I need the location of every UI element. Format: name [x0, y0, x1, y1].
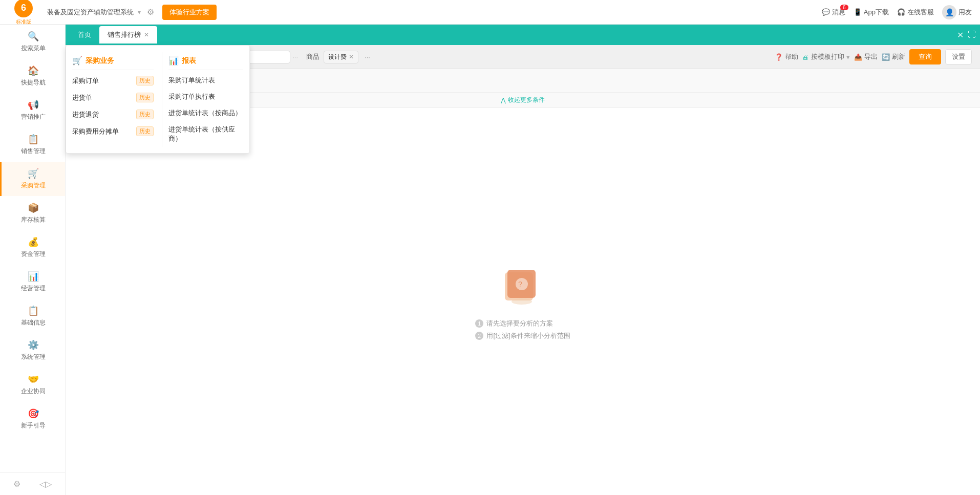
sidebar-item-marketing[interactable]: 📢 营销推广	[0, 93, 65, 127]
hint-num-1: 1	[475, 319, 483, 328]
sidebar: 🔍 搜索菜单 🏠 快捷导航 📢 营销推广 📋 销售管理 🛒 采购管理 📦	[0, 25, 66, 495]
return-label: 进货退货	[72, 110, 99, 119]
sidebar-item-inventory[interactable]: 📦 库存核算	[0, 196, 65, 230]
sidebar-item-system[interactable]: ⚙️ 系统管理	[0, 333, 65, 368]
sidebar-search-label: 搜索菜单	[21, 44, 46, 53]
industry-button[interactable]: 体验行业方案	[162, 5, 217, 20]
dropdown-item-order-exec[interactable]: 采购订单执行表	[168, 89, 243, 105]
query-button[interactable]: 查询	[909, 49, 941, 64]
help-btn[interactable]: ❓ 帮助	[775, 52, 798, 61]
help-icon: ❓	[775, 53, 783, 61]
dropdown-item-inbound-stats-goods[interactable]: 进货单统计表（按商品）	[168, 105, 243, 121]
title-dropdown-icon[interactable]: ▾	[138, 9, 141, 16]
report-section: 📊 报表 采购订单统计表 采购订单执行表 进货单统计表（按商品） 进货单统计表（…	[162, 52, 243, 147]
purchase-dropdown-menu: 🛒 采购业务 采购订单 历史 进货单 历史 进货退货 历史 采购费用分摊单 历史	[66, 45, 250, 154]
export-btn[interactable]: 📤 导出	[854, 52, 878, 61]
tab-close-icon[interactable]: ✕	[144, 31, 149, 38]
empty-illustration: ?	[497, 260, 548, 311]
inbound-history[interactable]: 历史	[136, 93, 154, 102]
order-exec-label: 采购订单执行表	[168, 92, 215, 101]
purchase-order-history[interactable]: 历史	[136, 76, 154, 85]
empty-svg: ?	[497, 260, 548, 311]
inbound-label: 进货单	[72, 93, 92, 102]
sidebar-inventory-label: 库存核算	[21, 216, 46, 224]
tab-sales-label: 销售排行榜	[108, 30, 141, 39]
phone-icon: 📱	[854, 8, 862, 16]
expense-label: 采购费用分摊单	[72, 127, 119, 136]
sidebar-item-basics[interactable]: 📋 基础信息	[0, 299, 65, 333]
top-right-actions: 💬 消息 6 📱 App下载 🎧 在线客服 👤 用友	[822, 5, 972, 19]
dropdown-item-order-stats[interactable]: 采购订单统计表	[168, 72, 243, 89]
expense-history[interactable]: 历史	[136, 126, 154, 136]
sidebar-settings-btn[interactable]: ⚙	[13, 479, 20, 489]
guide-icon: 🎯	[28, 408, 39, 419]
chart-icon: 📊	[28, 271, 39, 282]
tab-expand-icon[interactable]: ⛶	[968, 30, 976, 39]
sidebar-item-guide[interactable]: 🎯 新手引导	[0, 402, 65, 436]
help-label: 帮助	[785, 52, 798, 61]
dropdown-grid: 🛒 采购业务 采购订单 历史 进货单 历史 进货退货 历史 采购费用分摊单 历史	[66, 52, 249, 147]
refresh-btn[interactable]: 🔄 刷新	[882, 52, 905, 61]
dropdown-item-inbound[interactable]: 进货单 历史	[72, 89, 154, 106]
tab-home[interactable]: 首页	[70, 26, 99, 44]
sidebar-system-label: 系统管理	[21, 353, 46, 361]
report-section-icon: 📊	[168, 56, 179, 66]
hint-text-1: 请先选择要分析的方案	[486, 319, 553, 328]
online-service-btn[interactable]: 🎧 在线客服	[897, 8, 934, 17]
inbound-stats-goods-label: 进货单统计表（按商品）	[168, 109, 242, 118]
purchase-section: 🛒 采购业务 采购订单 历史 进货单 历史 进货退货 历史 采购费用分摊单 历史	[72, 52, 154, 147]
sidebar-purchase-label: 采购管理	[21, 181, 46, 190]
dropdown-item-inbound-stats-supplier[interactable]: 进货单统计表（按供应商）	[168, 121, 243, 147]
print-btn[interactable]: 🖨 按模板打印 ▾	[802, 52, 850, 61]
sidebar-item-search[interactable]: 🔍 搜索菜单	[0, 25, 65, 59]
print-dropdown-icon[interactable]: ▾	[846, 53, 850, 61]
sidebar-item-operations[interactable]: 📊 经营管理	[0, 265, 65, 299]
sidebar-finance-label: 资金管理	[21, 250, 46, 259]
sidebar-basics-label: 基础信息	[21, 318, 46, 327]
hint-item-2: 2 用[过滤]条件来缩小分析范围	[475, 331, 570, 340]
svg-text:?: ?	[518, 280, 522, 288]
sidebar-collapse-btn[interactable]: ◁▷	[39, 479, 52, 489]
purchase-order-label: 采购订单	[72, 76, 99, 85]
tab-close-all-icon[interactable]: ✕	[957, 30, 964, 40]
sidebar-item-nav[interactable]: 🏠 快捷导航	[0, 59, 65, 93]
sidebar-item-finance[interactable]: 💰 资金管理	[0, 230, 65, 265]
collapse-up-icon: ⋀	[501, 97, 506, 104]
goods-tag-close[interactable]: ✕	[349, 53, 354, 60]
sidebar-item-sales[interactable]: 📋 销售管理	[0, 127, 65, 162]
status-dots: ···	[292, 53, 298, 61]
sidebar-item-collab[interactable]: 🤝 企业协同	[0, 368, 65, 402]
empty-state: ? 1 请先选择要分析的方案 2 用[过滤]条件来缩小分析范围	[66, 108, 980, 495]
hint-item-1: 1 请先选择要分析的方案	[475, 319, 570, 328]
svg-point-4	[512, 298, 532, 305]
empty-hint-list: 1 请先选择要分析的方案 2 用[过滤]条件来缩小分析范围	[475, 319, 570, 343]
dropdown-item-purchase-order[interactable]: 采购订单 历史	[72, 72, 154, 89]
goods-tag: 设计费 ✕	[324, 51, 358, 63]
top-bar: 6 标准版 装备及固定资产辅助管理系统 ▾ ⚙ 体验行业方案 💬 消息 6 📱 …	[0, 0, 980, 25]
export-label: 导出	[864, 52, 878, 61]
order-stats-label: 采购订单统计表	[168, 76, 215, 85]
goods-dots[interactable]: ···	[365, 53, 370, 61]
sidebar-collab-label: 企业协同	[21, 387, 46, 396]
goods-filter-group: 商品 设计费 ✕ ···	[306, 51, 370, 63]
return-history[interactable]: 历史	[136, 110, 154, 119]
user-menu-btn[interactable]: 👤 用友	[942, 5, 972, 19]
dropdown-item-expense[interactable]: 采购费用分摊单 历史	[72, 123, 154, 140]
tab-sales-ranking[interactable]: 销售排行榜 ✕	[99, 26, 157, 44]
sidebar-item-purchase[interactable]: 🛒 采购管理	[0, 162, 65, 196]
messages-btn[interactable]: 💬 消息 6	[822, 8, 845, 17]
settings-button[interactable]: 设置	[945, 49, 972, 64]
logo-circle: 6	[14, 0, 33, 17]
money-icon: 💰	[28, 236, 39, 248]
handshake-icon: 🤝	[28, 374, 39, 385]
headset-icon: 🎧	[897, 8, 905, 16]
logo-char: 6	[21, 3, 26, 13]
settings-icon[interactable]: ⚙	[147, 7, 154, 17]
purchase-section-title: 🛒 采购业务	[72, 52, 154, 70]
app-download-btn[interactable]: 📱 App下载	[854, 8, 889, 17]
messages-badge: 6	[840, 5, 848, 10]
dropdown-item-return[interactable]: 进货退货 历史	[72, 106, 154, 123]
tab-bar-right: ✕ ⛶	[957, 30, 976, 40]
collapse-label: 收起更多条件	[508, 96, 545, 104]
logo-area[interactable]: 6 标准版	[8, 0, 39, 26]
